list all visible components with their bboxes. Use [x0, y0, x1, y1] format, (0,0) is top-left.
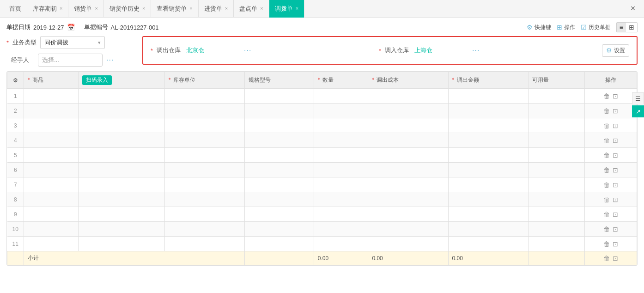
- col-gear[interactable]: ⚙: [7, 72, 24, 89]
- shortcut-keys-btn[interactable]: ⚙ 快捷键: [527, 24, 551, 31]
- cell-unit[interactable]: [164, 104, 244, 118]
- cell-cost[interactable]: [368, 104, 448, 118]
- cell-cost[interactable]: [368, 192, 448, 207]
- row-delete-icon[interactable]: 🗑: [603, 92, 610, 100]
- tab-stocktake[interactable]: 盘点单 ×: [234, 0, 269, 18]
- sidebar-export-btn[interactable]: ↗: [632, 105, 644, 117]
- cell-qty[interactable]: [314, 118, 368, 133]
- close-stocktake[interactable]: ×: [260, 6, 263, 11]
- cell-qty[interactable]: [314, 89, 368, 104]
- row-delete-icon[interactable]: 🗑: [603, 166, 610, 174]
- cell-goods[interactable]: [24, 222, 79, 237]
- row-copy-icon[interactable]: ⊡: [613, 92, 618, 100]
- cell-spec[interactable]: [244, 89, 314, 104]
- cell-cost[interactable]: [368, 222, 448, 237]
- business-type-select[interactable]: 同价调拨 ▾: [40, 36, 105, 49]
- tab-sales-history[interactable]: 销货单历史 ×: [104, 0, 151, 18]
- row-delete-icon[interactable]: 🗑: [603, 137, 610, 144]
- calendar-icon[interactable]: 📅: [67, 24, 75, 31]
- row-delete-icon[interactable]: 🗑: [603, 240, 610, 248]
- cell-spec[interactable]: [244, 192, 314, 207]
- cell-qty[interactable]: [314, 133, 368, 148]
- table-scroll-area[interactable]: ⚙ * 商品 扫码录入 * 库存单位 规格型号: [6, 71, 638, 266]
- cell-amount[interactable]: [448, 222, 528, 237]
- cell-goods[interactable]: [24, 177, 79, 192]
- cell-amount[interactable]: [448, 207, 528, 222]
- window-close-button[interactable]: ×: [626, 1, 640, 16]
- cell-goods[interactable]: [24, 89, 79, 104]
- close-inventory-init[interactable]: ×: [60, 6, 62, 11]
- cell-amount[interactable]: [448, 89, 528, 104]
- cell-cost[interactable]: [368, 207, 448, 222]
- row-copy-icon[interactable]: ⊡: [613, 122, 618, 129]
- grid-view-btn[interactable]: ⊞: [626, 23, 637, 32]
- col-scan[interactable]: 扫码录入: [78, 72, 164, 89]
- cell-amount[interactable]: [448, 192, 528, 207]
- cell-goods[interactable]: [24, 148, 79, 163]
- cell-qty[interactable]: [314, 237, 368, 251]
- row-delete-icon[interactable]: 🗑: [603, 152, 610, 159]
- row-delete-icon[interactable]: 🗑: [603, 211, 610, 218]
- cell-unit[interactable]: [164, 163, 244, 177]
- tab-purchase[interactable]: 进货单 ×: [199, 0, 234, 18]
- close-view-sales[interactable]: ×: [189, 6, 192, 11]
- row-delete-icon[interactable]: 🗑: [603, 107, 610, 115]
- cell-goods[interactable]: [24, 163, 79, 177]
- cell-cost[interactable]: [368, 118, 448, 133]
- row-copy-icon[interactable]: ⊡: [613, 211, 618, 218]
- person-ellipsis-btn[interactable]: ···: [106, 56, 114, 64]
- cell-spec[interactable]: [244, 163, 314, 177]
- cell-unit[interactable]: [164, 207, 244, 222]
- cell-qty[interactable]: [314, 163, 368, 177]
- cell-unit[interactable]: [164, 148, 244, 163]
- cell-amount[interactable]: [448, 177, 528, 192]
- cell-amount[interactable]: [448, 104, 528, 118]
- cell-spec[interactable]: [244, 222, 314, 237]
- row-copy-icon[interactable]: ⊡: [613, 196, 618, 203]
- cell-qty[interactable]: [314, 148, 368, 163]
- row-copy-icon[interactable]: ⊡: [613, 181, 618, 189]
- cell-unit[interactable]: [164, 177, 244, 192]
- close-sales-order[interactable]: ×: [95, 6, 97, 11]
- cell-amount[interactable]: [448, 133, 528, 148]
- cell-goods[interactable]: [24, 133, 79, 148]
- cell-goods[interactable]: [24, 192, 79, 207]
- cell-goods[interactable]: [24, 118, 79, 133]
- cell-spec[interactable]: [244, 118, 314, 133]
- cell-qty[interactable]: [314, 177, 368, 192]
- cell-spec[interactable]: [244, 237, 314, 251]
- operations-btn[interactable]: ⊞ 操作: [557, 24, 575, 31]
- row-copy-icon[interactable]: ⊡: [613, 152, 618, 159]
- transfer-in-ellipsis-btn[interactable]: ···: [472, 46, 480, 55]
- cell-unit[interactable]: [164, 237, 244, 251]
- cell-cost[interactable]: [368, 89, 448, 104]
- cell-cost[interactable]: [368, 148, 448, 163]
- person-select[interactable]: 选择...: [38, 54, 103, 67]
- tab-sales-order[interactable]: 销货单 ×: [68, 0, 103, 18]
- cell-qty[interactable]: [314, 222, 368, 237]
- row-delete-icon[interactable]: 🗑: [603, 181, 610, 189]
- close-purchase[interactable]: ×: [225, 6, 228, 11]
- list-view-btn[interactable]: ≡: [617, 23, 626, 32]
- cell-cost[interactable]: [368, 177, 448, 192]
- close-transfer[interactable]: ×: [296, 6, 298, 11]
- row-copy-icon[interactable]: ⊡: [613, 137, 618, 144]
- cell-cost[interactable]: [368, 133, 448, 148]
- tab-home[interactable]: 首页: [4, 0, 27, 18]
- cell-amount[interactable]: [448, 148, 528, 163]
- settings-button[interactable]: ⚙ 设置: [602, 44, 629, 57]
- cell-amount[interactable]: [448, 163, 528, 177]
- cell-spec[interactable]: [244, 177, 314, 192]
- cell-unit[interactable]: [164, 192, 244, 207]
- cell-amount[interactable]: [448, 118, 528, 133]
- cell-unit[interactable]: [164, 133, 244, 148]
- row-copy-icon[interactable]: ⊡: [613, 107, 618, 115]
- cell-spec[interactable]: [244, 104, 314, 118]
- tab-view-sales[interactable]: 查看销货单 ×: [151, 0, 198, 18]
- cell-cost[interactable]: [368, 237, 448, 251]
- cell-qty[interactable]: [314, 104, 368, 118]
- footer-delete-icon[interactable]: 🗑: [603, 255, 610, 262]
- cell-goods[interactable]: [24, 237, 79, 251]
- tab-transfer[interactable]: 调拨单 ×: [269, 0, 304, 18]
- row-delete-icon[interactable]: 🗑: [603, 196, 610, 203]
